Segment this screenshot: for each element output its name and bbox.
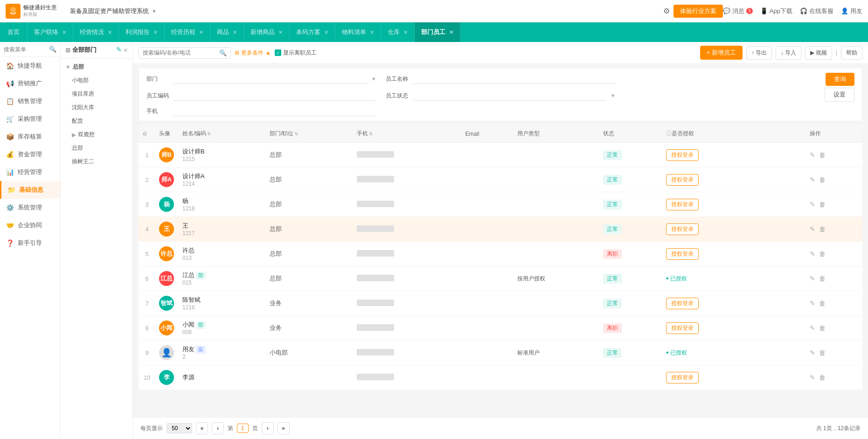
- sidebar-item-inventory[interactable]: 📦 库存核算: [0, 128, 60, 146]
- edit-icon[interactable]: ✎: [810, 151, 815, 159]
- th-phone[interactable]: 手机 ⇅: [353, 125, 461, 143]
- close-icon[interactable]: ✕: [449, 29, 453, 35]
- reset-button[interactable]: 设置: [825, 88, 854, 102]
- delete-icon[interactable]: 🗑: [819, 374, 826, 381]
- dept-select[interactable]: [174, 74, 368, 84]
- dept-node-root[interactable]: ▼ 总部: [61, 60, 132, 74]
- edit-icon[interactable]: ✎: [810, 324, 815, 332]
- first-page-btn[interactable]: «: [196, 422, 208, 434]
- auth-button[interactable]: 授权登录: [666, 149, 699, 161]
- add-employee-button[interactable]: + 新增员工: [700, 46, 743, 60]
- dept-collapse-icon[interactable]: «: [124, 46, 128, 54]
- close-icon[interactable]: ✕: [278, 29, 283, 35]
- delete-icon[interactable]: 🗑: [819, 250, 826, 258]
- empname-input[interactable]: [413, 74, 616, 84]
- edit-icon[interactable]: ✎: [810, 374, 815, 381]
- edit-icon[interactable]: ✎: [810, 349, 815, 356]
- prev-page-btn[interactable]: ‹: [212, 422, 224, 434]
- sidebar-item-purchase[interactable]: 🛒 采购管理: [0, 110, 60, 128]
- tab-warehouse[interactable]: 仓库 ✕: [381, 22, 415, 42]
- export-button[interactable]: ↑ 导出: [746, 46, 772, 60]
- help-button[interactable]: 帮助: [841, 46, 862, 60]
- tab-goods[interactable]: 商品 ✕: [210, 22, 244, 42]
- edit-icon[interactable]: ✎: [810, 275, 815, 282]
- phone-input[interactable]: [174, 106, 376, 116]
- sidebar-item-marketing[interactable]: 📢 营销推广: [0, 75, 60, 92]
- tab-add-goods[interactable]: 新增商品 ✕: [244, 22, 290, 42]
- title-dropdown-icon[interactable]: ▼: [152, 8, 157, 14]
- dept-node-delivery[interactable]: 配货: [61, 114, 132, 128]
- sidebar-item-finance[interactable]: 💰 资金管理: [0, 146, 60, 163]
- close-icon[interactable]: ✕: [199, 29, 203, 35]
- online-service-btn[interactable]: 🎧 在线客服: [800, 7, 833, 15]
- import-button[interactable]: ↓ 导入: [776, 46, 801, 60]
- search-input[interactable]: [143, 49, 217, 56]
- sidebar-item-guide[interactable]: ❓ 新手引导: [0, 234, 60, 252]
- sidebar-item-system[interactable]: ⚙️ 系统管理: [0, 199, 60, 216]
- close-icon[interactable]: ✕: [62, 29, 66, 35]
- dept-node-shenyang[interactable]: 沈阳大库: [61, 101, 132, 114]
- messages-btn[interactable]: 💬 消息 5: [723, 7, 753, 15]
- dept-node-project[interactable]: 项目库房: [61, 87, 132, 101]
- close-icon[interactable]: ✕: [324, 29, 328, 35]
- last-page-btn[interactable]: »: [278, 422, 290, 434]
- tab-customer[interactable]: 客户联络 ✕: [28, 22, 73, 42]
- delete-icon[interactable]: 🗑: [819, 201, 826, 208]
- search-icon[interactable]: 🔍: [219, 49, 227, 56]
- auth-button[interactable]: 授权登录: [666, 174, 699, 186]
- auth-button[interactable]: 授权登录: [666, 298, 699, 309]
- auth-button[interactable]: 授权登录: [666, 223, 699, 235]
- close-icon[interactable]: ✕: [370, 29, 374, 35]
- close-icon[interactable]: ✕: [233, 29, 237, 35]
- empcode-input[interactable]: [174, 91, 376, 101]
- tab-operation[interactable]: 经营情况 ✕: [73, 22, 119, 42]
- auth-button[interactable]: 授权登录: [666, 322, 699, 334]
- trial-button[interactable]: 体验行业方案: [674, 5, 723, 18]
- auth-button[interactable]: 授权登录: [666, 248, 699, 260]
- edit-icon[interactable]: ✎: [810, 250, 815, 258]
- sidebar-item-sales[interactable]: 📋 销售管理: [0, 92, 60, 110]
- delete-icon[interactable]: 🗑: [819, 324, 826, 332]
- auth-button[interactable]: 授权登录: [666, 372, 699, 383]
- sidebar-item-business[interactable]: 📊 经营管理: [0, 163, 60, 181]
- more-conditions-btn[interactable]: ⊞ 更多条件 ▲: [235, 49, 271, 57]
- th-name[interactable]: 姓名/编码 ⇅: [179, 125, 266, 143]
- app-download-btn[interactable]: 📱 App下载: [760, 7, 792, 15]
- settings-icon[interactable]: ⚙: [663, 7, 670, 15]
- user-avatar-btn[interactable]: 👤 用友: [841, 7, 862, 15]
- edit-icon[interactable]: ✎: [810, 300, 815, 307]
- empstatus-select[interactable]: [413, 91, 607, 101]
- dept-node-chashuwang[interactable]: 插树王二: [61, 155, 132, 168]
- tab-bom[interactable]: 物料清单 ✕: [335, 22, 381, 42]
- sidebar-item-collab[interactable]: 🤝 企业协同: [0, 216, 60, 234]
- close-icon[interactable]: ✕: [153, 29, 158, 35]
- delete-icon[interactable]: 🗑: [819, 275, 826, 282]
- dept-node-dual[interactable]: ▶ 双鹿想: [61, 128, 132, 141]
- close-icon[interactable]: ✕: [108, 29, 112, 35]
- auth-button[interactable]: 授权登录: [666, 199, 699, 210]
- delete-icon[interactable]: 🗑: [819, 349, 826, 356]
- sidebar-item-basic[interactable]: 📁 基础信息: [0, 181, 60, 199]
- delete-icon[interactable]: 🗑: [819, 300, 826, 307]
- tab-profit[interactable]: 利润报告 ✕: [119, 22, 165, 42]
- sidebar-search-input[interactable]: [4, 46, 49, 53]
- sidebar-item-quicknav[interactable]: 🏠 快捷导航: [0, 57, 60, 75]
- delete-icon[interactable]: 🗑: [819, 176, 826, 183]
- dept-edit-icon[interactable]: ✎: [116, 46, 122, 54]
- next-page-btn[interactable]: ›: [262, 422, 274, 434]
- query-button[interactable]: 查询: [826, 73, 854, 86]
- close-icon[interactable]: ✕: [403, 29, 408, 35]
- dept-node-hq[interactable]: 总部: [61, 141, 132, 155]
- edit-icon[interactable]: ✎: [810, 176, 815, 183]
- settings-col-icon[interactable]: ⚙: [142, 131, 147, 137]
- th-dept[interactable]: 部门/职位 ⇅: [266, 125, 353, 143]
- delete-icon[interactable]: 🗑: [819, 151, 826, 159]
- show-resigned-toggle[interactable]: ✓ 显示离职员工: [275, 49, 317, 57]
- tab-barcode[interactable]: 条码方案 ✕: [290, 22, 335, 42]
- tab-history[interactable]: 经营历程 ✕: [165, 22, 210, 42]
- edit-icon[interactable]: ✎: [810, 225, 815, 233]
- view-button[interactable]: ▶ 视频: [805, 46, 832, 60]
- delete-icon[interactable]: 🗑: [819, 225, 826, 233]
- edit-icon[interactable]: ✎: [810, 201, 815, 208]
- tab-department[interactable]: 部门员工 ✕: [415, 22, 460, 42]
